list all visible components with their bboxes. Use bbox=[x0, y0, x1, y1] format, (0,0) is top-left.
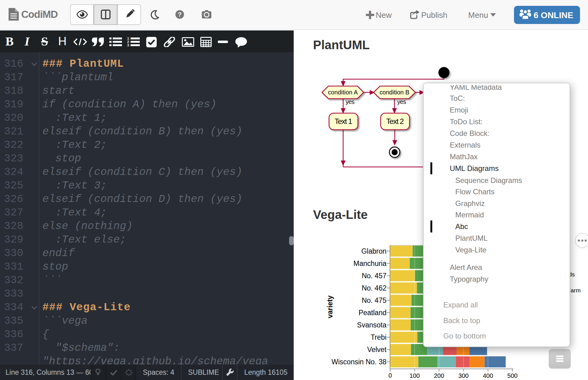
svg-text:Wisconsin No. 38: Wisconsin No. 38 bbox=[331, 358, 386, 366]
svg-text:Velvet: Velvet bbox=[367, 346, 386, 354]
svg-text:Glabron: Glabron bbox=[361, 247, 386, 255]
svg-text:Svansota: Svansota bbox=[357, 321, 386, 329]
svg-text:No. 462: No. 462 bbox=[362, 284, 386, 292]
svg-text:No. 457: No. 457 bbox=[362, 272, 386, 280]
svg-text:300: 300 bbox=[458, 372, 468, 379]
svg-text:yes: yes bbox=[397, 98, 406, 105]
svg-text:condition A: condition A bbox=[328, 89, 358, 96]
svg-text:Peatland: Peatland bbox=[359, 309, 386, 317]
svg-text:yes: yes bbox=[346, 98, 355, 105]
svg-text:Text 2: Text 2 bbox=[386, 117, 404, 125]
svg-text:condition B: condition B bbox=[380, 89, 410, 96]
svg-text:100: 100 bbox=[410, 372, 420, 379]
svg-text:No. 475: No. 475 bbox=[362, 296, 386, 304]
svg-text:?: ? bbox=[178, 11, 182, 18]
svg-text:3: 3 bbox=[127, 43, 129, 47]
svg-text:variety: variety bbox=[326, 295, 334, 318]
svg-text:0: 0 bbox=[388, 372, 392, 379]
svg-text:Manchuria: Manchuria bbox=[354, 259, 387, 267]
svg-text:400: 400 bbox=[483, 372, 493, 379]
svg-text:500: 500 bbox=[507, 372, 517, 379]
svg-text:Text 1: Text 1 bbox=[335, 117, 352, 125]
svg-text:Trebi: Trebi bbox=[370, 333, 386, 341]
svg-text:200: 200 bbox=[434, 372, 444, 379]
